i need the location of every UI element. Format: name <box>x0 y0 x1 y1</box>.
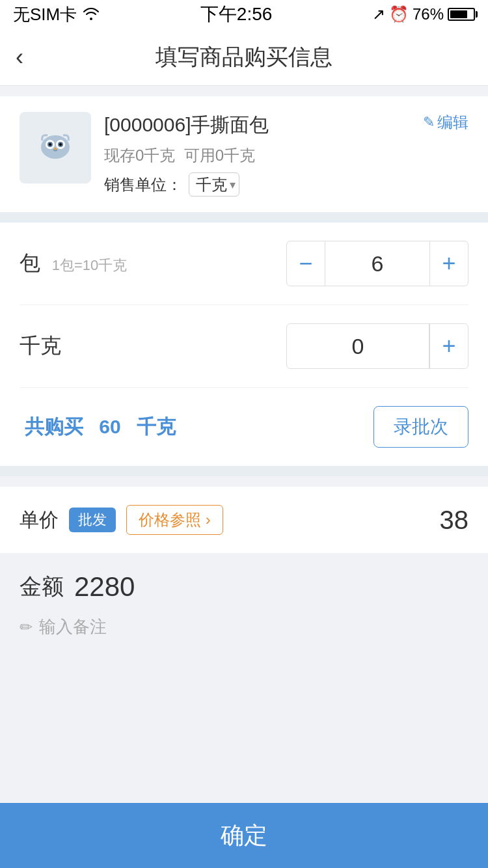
amount-value: 2280 <box>74 571 135 603</box>
price-label: 单价 <box>20 507 59 534</box>
alarm-icon: ⏰ <box>389 5 409 23</box>
product-thumbnail <box>20 112 91 183</box>
price-section: 单价 批发 价格参照 › 38 <box>0 487 488 553</box>
bag-quantity-row: 包 1包=10千克 − + <box>20 223 468 305</box>
bag-label-group: 包 1包=10千克 <box>20 249 127 278</box>
kg-quantity-row: 千克 + <box>20 305 468 388</box>
product-info: [0000006]手撕面包 现存0千克 可用0千克 销售单位： 千克 包 <box>104 112 468 197</box>
bag-decrement-button[interactable]: − <box>286 241 325 286</box>
status-right: ↗ ⏰ 76% <box>372 5 475 23</box>
kg-label-group: 千克 <box>20 332 61 360</box>
remark-placeholder: 输入备注 <box>39 616 107 638</box>
carrier-label: 无SIM卡 <box>13 3 77 26</box>
kg-label: 千克 <box>20 334 61 357</box>
kg-quantity-input[interactable] <box>286 323 429 369</box>
product-logo-icon <box>36 129 75 167</box>
status-bar: 无SIM卡 下午2:56 ↗ ⏰ 76% <box>0 0 488 29</box>
total-section: 共购买 60 千克 录批次 <box>0 388 488 466</box>
edit-link[interactable]: ✎ 编辑 <box>423 112 468 133</box>
status-time: 下午2:56 <box>200 2 273 27</box>
amount-section: 金额 2280 ✏ 输入备注 <box>0 553 488 645</box>
product-stock: 现存0千克 可用0千克 <box>104 145 468 166</box>
battery-percentage: 76% <box>413 5 444 23</box>
wifi-icon <box>82 5 100 25</box>
bag-increment-button[interactable]: + <box>429 241 468 286</box>
product-unit-row: 销售单位： 千克 包 <box>104 172 468 197</box>
bag-hint: 1包=10千克 <box>52 257 128 273</box>
section-divider-2 <box>0 466 488 476</box>
remark-row[interactable]: ✏ 输入备注 <box>20 616 468 638</box>
bag-label: 包 <box>20 251 40 275</box>
price-value: 38 <box>440 506 469 535</box>
price-row: 单价 批发 价格参照 › 38 <box>20 505 468 535</box>
kg-quantity-control: + <box>286 323 468 369</box>
page-title: 填写商品购买信息 <box>156 42 332 72</box>
svg-point-6 <box>59 143 62 146</box>
pencil-icon: ✏ <box>20 618 33 636</box>
kg-increment-button[interactable]: + <box>429 323 468 369</box>
confirm-button[interactable]: 确定 <box>0 803 488 868</box>
nav-bar: ‹ 填写商品购买信息 <box>0 29 488 86</box>
bag-quantity-input[interactable] <box>325 241 429 286</box>
price-reference-button[interactable]: 价格参照 › <box>126 505 223 535</box>
price-type-tag: 批发 <box>69 508 116 532</box>
section-divider-1 <box>0 212 488 223</box>
unit-select-wrapper[interactable]: 千克 包 <box>189 172 239 197</box>
back-button[interactable]: ‹ <box>16 44 23 71</box>
total-label: 共购买 60 千克 <box>20 414 181 441</box>
svg-point-5 <box>49 143 51 146</box>
amount-row: 金额 2280 <box>20 571 468 603</box>
batch-button[interactable]: 录批次 <box>373 406 468 448</box>
bag-quantity-control: − + <box>286 241 468 286</box>
product-name: [0000006]手撕面包 <box>104 112 468 139</box>
location-icon: ↗ <box>372 5 385 23</box>
battery-icon <box>448 8 475 21</box>
quantity-section: 包 1包=10千克 − + 千克 + <box>0 223 488 388</box>
edit-icon: ✎ <box>423 114 435 131</box>
product-card: [0000006]手撕面包 现存0千克 可用0千克 销售单位： 千克 包 ✎ 编… <box>0 96 488 212</box>
amount-label: 金额 <box>20 572 64 602</box>
status-left: 无SIM卡 <box>13 3 100 26</box>
unit-select[interactable]: 千克 包 <box>189 172 239 197</box>
